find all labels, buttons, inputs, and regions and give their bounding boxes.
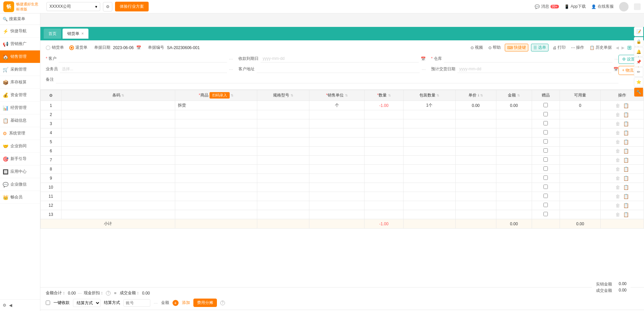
- sidebar-item-finance[interactable]: 💰 资金管理: [0, 89, 40, 102]
- td-price[interactable]: [455, 165, 496, 174]
- td-qty[interactable]: [365, 147, 404, 156]
- delete-icon[interactable]: 🗑: [615, 203, 620, 208]
- td-gift[interactable]: [532, 101, 560, 110]
- right-panel-btn-7[interactable]: 🔧: [634, 87, 643, 97]
- td-barcode[interactable]: [61, 119, 175, 128]
- td-product[interactable]: [175, 138, 257, 147]
- td-qty[interactable]: -1.00: [365, 101, 404, 110]
- td-price[interactable]: [455, 128, 496, 138]
- td-price[interactable]: [455, 119, 496, 128]
- td-amount[interactable]: [496, 165, 532, 174]
- td-amount[interactable]: [496, 183, 532, 192]
- td-gift[interactable]: [532, 183, 560, 192]
- td-barcode[interactable]: [61, 165, 175, 174]
- td-price[interactable]: [455, 174, 496, 183]
- td-amount[interactable]: [496, 174, 532, 183]
- td-price[interactable]: [455, 183, 496, 192]
- account-dots[interactable]: ···: [154, 300, 158, 306]
- td-pkg-qty[interactable]: 1个: [403, 101, 455, 110]
- print-btn[interactable]: 🖨 打印: [551, 44, 567, 51]
- sidebar-item-basic[interactable]: 📋 基础信息: [0, 114, 40, 127]
- remark-input[interactable]: [56, 76, 618, 83]
- warehouse-input[interactable]: 建材仓: [444, 55, 612, 63]
- right-panel-btn-4[interactable]: 📌: [634, 57, 643, 67]
- td-pkg-qty[interactable]: [403, 110, 455, 119]
- td-price[interactable]: [455, 201, 496, 210]
- td-price[interactable]: [455, 192, 496, 201]
- td-pkg-qty[interactable]: [403, 174, 455, 183]
- sidebar-item-system[interactable]: ⚙ 系统管理: [0, 127, 40, 140]
- tab-home[interactable]: 首页: [44, 29, 61, 39]
- copy-icon[interactable]: 📋: [623, 166, 629, 172]
- td-gift[interactable]: [532, 156, 560, 165]
- td-pkg-qty[interactable]: [403, 183, 455, 192]
- td-product[interactable]: 拆货: [175, 101, 257, 110]
- delete-icon[interactable]: 🗑: [615, 130, 620, 135]
- due-date-calendar-icon[interactable]: 📅: [421, 56, 426, 61]
- td-product[interactable]: [175, 201, 257, 210]
- td-product[interactable]: [175, 128, 257, 138]
- td-qty[interactable]: [365, 165, 404, 174]
- td-gift[interactable]: [532, 192, 560, 201]
- app-download-btn[interactable]: 📱 App下载: [564, 4, 586, 9]
- expected-date-input[interactable]: [457, 65, 611, 73]
- history-btn[interactable]: 📋 历史单据: [588, 44, 613, 51]
- settings-icon[interactable]: ⚙: [103, 2, 112, 11]
- td-gift[interactable]: [532, 210, 560, 219]
- td-unit[interactable]: [309, 147, 364, 156]
- sidebar-item-apps[interactable]: 🔲 应用中心: [0, 165, 40, 178]
- td-spec[interactable]: [257, 138, 309, 147]
- td-price[interactable]: [455, 210, 496, 219]
- right-panel-btn-1[interactable]: 📝: [634, 27, 643, 36]
- td-barcode[interactable]: [61, 210, 175, 219]
- salesperson-input[interactable]: [60, 65, 227, 73]
- td-qty[interactable]: [365, 110, 404, 119]
- customer-dots[interactable]: ···: [229, 56, 233, 62]
- customer-addr-input[interactable]: [257, 65, 420, 73]
- copy-icon[interactable]: 📋: [623, 139, 629, 145]
- right-panel-btn-5[interactable]: ✏: [634, 67, 643, 77]
- account-input[interactable]: [123, 299, 150, 307]
- td-barcode[interactable]: [61, 101, 175, 110]
- td-product[interactable]: [175, 210, 257, 219]
- sidebar-item-cooperation[interactable]: 🤝 企业协同: [0, 140, 40, 153]
- td-unit[interactable]: [309, 183, 364, 192]
- right-panel-btn-6[interactable]: ⭐: [634, 77, 643, 87]
- delete-icon[interactable]: 🗑: [615, 176, 620, 181]
- expected-date-calendar-icon[interactable]: 📅: [613, 67, 618, 72]
- salesperson-dots[interactable]: ···: [229, 67, 233, 72]
- delete-icon[interactable]: 🗑: [615, 166, 620, 172]
- td-gift[interactable]: [532, 201, 560, 210]
- copy-icon[interactable]: 📋: [623, 212, 629, 217]
- calendar-icon[interactable]: 📅: [136, 45, 141, 50]
- td-spec[interactable]: [257, 101, 309, 110]
- td-barcode[interactable]: [61, 174, 175, 183]
- td-amount[interactable]: [496, 201, 532, 210]
- td-barcode[interactable]: [61, 128, 175, 138]
- td-product[interactable]: [175, 174, 257, 183]
- delete-icon[interactable]: 🗑: [615, 139, 620, 145]
- td-spec[interactable]: [257, 147, 309, 156]
- td-amount[interactable]: [496, 210, 532, 219]
- td-price[interactable]: [455, 110, 496, 119]
- delete-icon[interactable]: 🗑: [615, 112, 620, 117]
- td-qty[interactable]: [365, 201, 404, 210]
- nav-next-icon[interactable]: ▶: [621, 45, 624, 50]
- td-gift[interactable]: [532, 174, 560, 183]
- right-panel-btn-2[interactable]: 🔒: [634, 37, 643, 46]
- delete-icon[interactable]: 🗑: [615, 194, 620, 199]
- due-date-input[interactable]: [261, 55, 419, 63]
- td-unit[interactable]: [309, 174, 364, 183]
- select-btn[interactable]: ☰ 选单: [531, 44, 548, 51]
- td-gift[interactable]: [532, 110, 560, 119]
- td-spec[interactable]: [257, 210, 309, 219]
- td-spec[interactable]: [257, 201, 309, 210]
- td-spec[interactable]: [257, 156, 309, 165]
- td-pkg-qty[interactable]: [403, 119, 455, 128]
- trial-button[interactable]: 体验行业方案: [115, 2, 149, 11]
- td-spec[interactable]: [257, 110, 309, 119]
- td-barcode[interactable]: [61, 147, 175, 156]
- copy-icon[interactable]: 📋: [623, 103, 629, 108]
- delete-icon[interactable]: 🗑: [615, 185, 620, 190]
- td-product[interactable]: [175, 183, 257, 192]
